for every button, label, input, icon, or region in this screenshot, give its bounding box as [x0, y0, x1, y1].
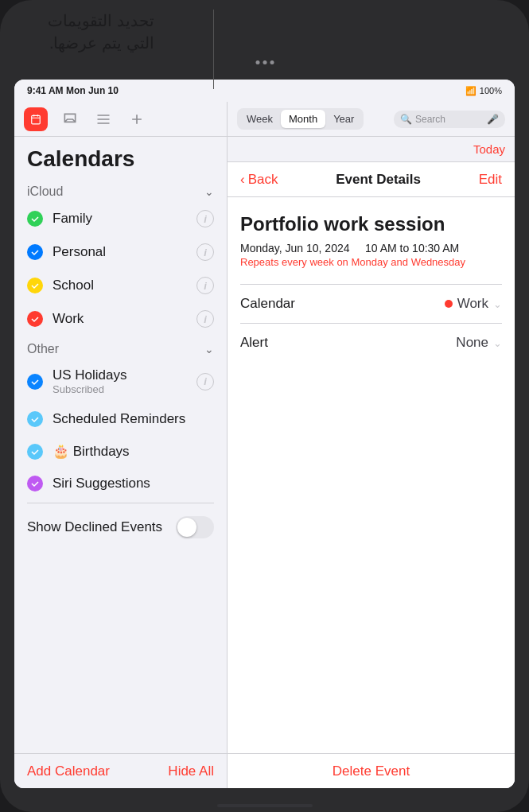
add-calendar-button[interactable]: Add Calendar [27, 763, 110, 779]
calendar-body: Wed 12 Thu 13 Fri 14 [228, 162, 515, 788]
add-icon[interactable] [126, 108, 148, 130]
school-info-btn[interactable]: i [196, 277, 214, 294]
delete-event-button[interactable]: Delete Event [333, 763, 410, 779]
calendar-chevron: ⌄ [493, 298, 502, 310]
calendar-item-us-holidays[interactable]: US Holidays Subscribed i [14, 359, 227, 403]
calendar-item-family[interactable]: Family i [14, 202, 227, 235]
calendar-item-work[interactable]: Work i [14, 302, 227, 336]
siri-name: Siri Suggestions [53, 476, 214, 491]
today-button[interactable]: Today [473, 142, 505, 156]
event-detail-bottom-bar: Delete Event [228, 753, 515, 788]
alert-chevron: ⌄ [493, 337, 502, 349]
tab-week[interactable]: Week [239, 110, 281, 128]
us-holidays-info-btn[interactable]: i [196, 373, 214, 390]
birthdays-dot [27, 444, 43, 460]
svg-rect-0 [32, 115, 41, 124]
calendar-row-label: Calendar [240, 296, 295, 312]
us-holidays-name: US Holidays [53, 367, 196, 383]
us-holidays-dot [27, 374, 43, 390]
mic-icon[interactable]: 🎤 [487, 114, 499, 125]
edit-button[interactable]: Edit [479, 172, 502, 188]
ipad-screen: 9:41 AM Mon Jun 10 📶 100% [14, 80, 515, 788]
school-dot [27, 278, 43, 293]
calendar-value: Work [457, 296, 488, 312]
status-time: 9:41 AM Mon Jun 10 [27, 85, 119, 96]
other-section-header[interactable]: Other ⌄ [14, 336, 227, 359]
inbox-icon[interactable] [59, 108, 81, 130]
event-detail-title: Event Details [336, 172, 421, 188]
other-label: Other [27, 342, 59, 356]
personal-dot [27, 244, 43, 260]
today-bar: Today [228, 137, 515, 162]
calendar-icon-button[interactable] [24, 107, 48, 131]
alert-value: None [456, 335, 488, 351]
personal-info-btn[interactable]: i [196, 243, 214, 261]
icloud-label: iCloud [27, 185, 63, 199]
show-declined-row: Show Declined Events [14, 507, 227, 548]
back-chevron-icon: ‹ [240, 172, 245, 188]
event-repeat: Repeats every week on Monday and Wednesd… [240, 256, 502, 268]
personal-name: Personal [53, 244, 196, 260]
tab-year[interactable]: Year [325, 110, 362, 128]
alert-row-value[interactable]: None ⌄ [456, 335, 502, 351]
school-name: School [53, 278, 196, 293]
back-label: Back [248, 172, 278, 188]
main-area: Calendars iCloud ⌄ Family i [14, 102, 515, 788]
view-tabs: Week Month Year [237, 108, 364, 130]
home-indicator [217, 804, 313, 807]
icloud-section-header[interactable]: iCloud ⌄ [14, 178, 227, 202]
event-detail-body: Portfolio work session Monday, Jun 10, 2… [228, 197, 515, 753]
calendar-item-school[interactable]: School i [14, 269, 227, 302]
calendar-toolbar: Week Month Year 🔍 Search 🎤 [228, 102, 515, 137]
work-name: Work [53, 311, 196, 327]
top-dots [255, 60, 274, 64]
calendar-item-reminders[interactable]: Scheduled Reminders [14, 403, 227, 435]
divider [27, 503, 214, 503]
tab-month[interactable]: Month [281, 110, 325, 128]
sidebar-title: Calendars [14, 137, 227, 178]
sidebar-bottom: Add Calendar Hide All [14, 753, 227, 788]
alert-row-label: Alert [240, 335, 268, 351]
ipad-frame: تحديد التقويمات التي يتم عرضها. 9:41 AM … [0, 0, 529, 812]
search-bar[interactable]: 🔍 Search 🎤 [394, 111, 505, 128]
show-declined-toggle[interactable] [176, 516, 214, 538]
search-placeholder: Search [415, 114, 445, 125]
reminders-dot [27, 411, 43, 427]
family-name: Family [53, 211, 196, 227]
icloud-chevron: ⌄ [204, 185, 214, 198]
annotation-line [213, 10, 214, 89]
siri-dot [27, 476, 43, 491]
battery-icon: 100% [480, 86, 502, 95]
event-detail-panel: ‹ Back Event Details Edit Portfolio work… [228, 162, 515, 788]
sidebar-toolbar [14, 102, 227, 137]
other-chevron: ⌄ [204, 343, 214, 355]
status-right: 📶 100% [465, 86, 502, 96]
work-info-btn[interactable]: i [196, 310, 214, 328]
sidebar: Calendars iCloud ⌄ Family i [14, 102, 228, 788]
calendar-item-siri[interactable]: Siri Suggestions [14, 468, 227, 499]
calendar-detail-row: Calendar Work ⌄ [240, 284, 502, 323]
work-dot [27, 311, 43, 327]
calendar-item-personal[interactable]: Personal i [14, 235, 227, 269]
search-icon: 🔍 [400, 114, 412, 125]
event-detail-nav: ‹ Back Event Details Edit [228, 162, 515, 197]
calendar-row-value[interactable]: Work ⌄ [445, 296, 502, 312]
alert-detail-row: Alert None ⌄ [240, 323, 502, 362]
arabic-annotation: تحديد التقويمات التي يتم عرضها. [48, 10, 154, 54]
birthdays-name: 🎂 Birthdays [53, 443, 214, 460]
status-bar: 9:41 AM Mon Jun 10 📶 100% [14, 80, 515, 102]
event-date-time: Monday, Jun 10, 2024 10 AM to 10:30 AM [240, 242, 502, 254]
calendar-item-birthdays[interactable]: 🎂 Birthdays [14, 435, 227, 468]
hide-all-button[interactable]: Hide All [168, 763, 214, 779]
sidebar-content: Calendars iCloud ⌄ Family i [14, 137, 227, 753]
event-time: 10 AM to 10:30 AM [365, 242, 459, 254]
family-info-btn[interactable]: i [196, 210, 214, 227]
family-dot [27, 211, 43, 227]
work-color-dot [445, 300, 453, 308]
list-icon[interactable] [92, 108, 115, 130]
wifi-icon: 📶 [465, 86, 476, 96]
back-button[interactable]: ‹ Back [240, 172, 278, 188]
event-date: Monday, Jun 10, 2024 [240, 242, 350, 254]
event-name: Portfolio work session [240, 213, 502, 235]
right-area: Week Month Year 🔍 Search 🎤 Today [228, 102, 515, 788]
